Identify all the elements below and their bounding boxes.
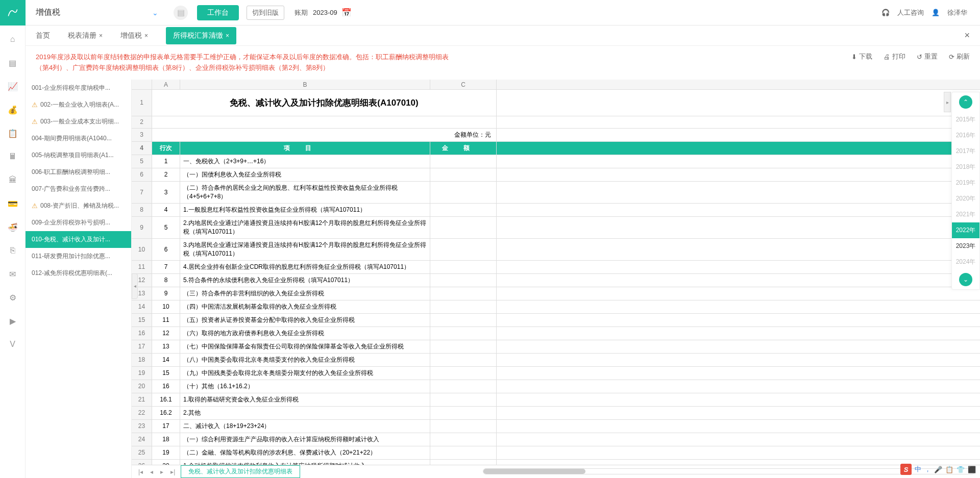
- col-header-a[interactable]: A: [152, 80, 180, 89]
- sidebar-home-icon[interactable]: ⌂: [7, 33, 19, 45]
- sheet-tabs: |◂ ◂ ▸ ▸| 免税、减计收入及加计扣除优惠明细表: [132, 465, 980, 478]
- form-list-item[interactable]: 006-职工薪酬纳税调整明细...: [26, 164, 131, 181]
- sidebar-bag-icon[interactable]: 💰: [7, 104, 19, 116]
- table-row: 139（三）符合条件的非营利组织的收入免征企业所得税: [132, 287, 980, 300]
- form-list-item[interactable]: 011-研发费用加计扣除优惠...: [26, 248, 131, 265]
- table-row: 2016（十）其他（16.1+16.2）: [132, 380, 980, 393]
- ime-logo[interactable]: S: [900, 464, 912, 475]
- year-item[interactable]: 2024年: [952, 254, 979, 270]
- form-list: 001-企业所得税年度纳税申...⚠002-一般企业收入明细表(A...⚠003…: [26, 80, 132, 478]
- calendar-icon[interactable]: 📅: [341, 8, 352, 17]
- close-icon[interactable]: ×: [99, 32, 103, 39]
- form-list-item[interactable]: 007-广告费和业务宣传费跨...: [26, 181, 131, 197]
- unit-label: 金额单位：元: [152, 129, 497, 141]
- print-button[interactable]: 🖨 打印: [884, 52, 905, 61]
- form-list-item[interactable]: ⚠002-一般企业收入明细表(A...: [26, 96, 131, 113]
- sidebar-noodle-icon[interactable]: 🍜: [7, 221, 19, 233]
- table-row: 1174.居民企业持有创新企业CDR取得的股息红利所得免征企业所得税（填写A10…: [132, 261, 980, 274]
- table-row: 2216.22.其他: [132, 407, 980, 420]
- year-down-icon[interactable]: ⌄: [959, 273, 972, 286]
- tab-home[interactable]: 首页: [36, 31, 50, 40]
- sidebar-mail-icon[interactable]: ✉: [7, 268, 19, 280]
- close-icon[interactable]: ×: [226, 32, 229, 39]
- form-list-item[interactable]: ⚠003-一般企业成本支出明细...: [26, 113, 131, 130]
- workspace-button[interactable]: 工作台: [197, 5, 239, 20]
- right-expand-handle[interactable]: ▸: [944, 92, 951, 112]
- sheet-body[interactable]: 1免税、减计收入及加计扣除优惠明细表(A107010) 2 3金额单位：元 4 …: [132, 90, 980, 465]
- table-row: 1612（六）取得的地方政府债券利息收入免征企业所得税: [132, 327, 980, 340]
- sidebar-doc-icon[interactable]: ▤: [7, 57, 19, 69]
- tab-income[interactable]: 所得税汇算清缴×: [166, 27, 236, 44]
- tab-list[interactable]: 税表清册×: [68, 31, 103, 40]
- sidebar-chart-icon[interactable]: 📈: [7, 80, 19, 92]
- table-row: 51一、免税收入（2+3+9+…+16）: [132, 155, 980, 168]
- year-item[interactable]: 2015年: [952, 112, 979, 128]
- warning-text: 2019年度涉及取以前年度结转数据的申报表单元格需要手工维护正确，才能保证本年及…: [36, 52, 454, 73]
- table-row: 1285.符合条件的永续债利息收入免征企业所得税（填写A107011）: [132, 274, 980, 287]
- sidebar-clipboard-icon[interactable]: 📋: [7, 127, 19, 139]
- col-header-c[interactable]: C: [430, 80, 497, 89]
- download-button[interactable]: ⬇ 下载: [851, 52, 872, 61]
- table-row: 1814（八）中国奥委会取得北京冬奥组委支付的收入免征企业所得税: [132, 354, 980, 367]
- sidebar: ⌂ ▤ 📈 💰 📋 🖩 🏛 💳 🍜 ⎘ ✉ ⚙ ▶ V: [0, 26, 26, 478]
- form-list-item[interactable]: 004-期间费用明细表(A1040...: [26, 130, 131, 147]
- sidebar-v-icon[interactable]: V: [7, 338, 19, 350]
- year-item[interactable]: 2017年: [952, 143, 979, 159]
- year-item[interactable]: 2020年: [952, 191, 979, 207]
- refresh-button[interactable]: ⟳ 刷新: [949, 52, 970, 61]
- period-label: 账期: [295, 8, 308, 17]
- consult-link[interactable]: 人工咨询: [897, 8, 924, 17]
- sidebar-copy-icon[interactable]: ⎘: [7, 244, 19, 257]
- table-row: 841.一般股息红利等权益性投资收益免征企业所得税（填写A107011）: [132, 204, 980, 217]
- sidebar-card-icon[interactable]: 💳: [7, 197, 19, 210]
- sheet-title: 免税、减计收入及加计扣除优惠明细表(A107010): [152, 90, 497, 116]
- warning-icon: ⚠: [32, 118, 38, 125]
- tab-vat[interactable]: 增值税×: [120, 31, 148, 40]
- year-item[interactable]: 2016年: [952, 128, 979, 143]
- sheet-tab-active[interactable]: 免税、减计收入及加计扣除优惠明细表: [181, 465, 300, 479]
- close-icon[interactable]: ×: [144, 32, 148, 39]
- user-icon[interactable]: 👤: [932, 9, 940, 16]
- year-item[interactable]: 2019年: [952, 175, 979, 191]
- year-rail: ⌃ 2015年2016年2017年2018年2019年2020年2021年202…: [951, 92, 980, 290]
- year-item[interactable]: 2021年: [952, 207, 979, 222]
- sidebar-gear-icon[interactable]: ⚙: [7, 291, 19, 304]
- form-list-item[interactable]: ⚠008-资产折旧、摊销及纳税...: [26, 197, 131, 214]
- user-name[interactable]: 徐泽华: [947, 8, 967, 17]
- warning-icon: ⚠: [32, 202, 38, 210]
- sheet-nav-next[interactable]: ▸: [159, 468, 165, 475]
- form-list-item[interactable]: 010-免税、减计收入及加计...: [26, 231, 131, 248]
- corner-cell[interactable]: [132, 80, 152, 89]
- form-list-item[interactable]: 005-纳税调整项目明细表(A1...: [26, 147, 131, 164]
- content: 001-企业所得税年度纳税申...⚠002-一般企业收入明细表(A...⚠003…: [26, 80, 980, 478]
- sheet-nav-last[interactable]: ▸|: [169, 468, 177, 475]
- doc-icon[interactable]: ▤: [174, 6, 188, 20]
- period-value[interactable]: 2023-09: [313, 9, 337, 16]
- form-list-item[interactable]: 009-企业所得税弥补亏损明...: [26, 214, 131, 231]
- collapse-handle[interactable]: ◂: [132, 273, 138, 299]
- year-item[interactable]: 2022年: [952, 222, 979, 238]
- table-row: 1713（七）中国保险保障基金有限责任公司取得的保险保障基金等收入免征企业所得税: [132, 340, 980, 354]
- sheet-nav-first[interactable]: |◂: [137, 468, 144, 475]
- headset-icon[interactable]: 🎧: [881, 9, 890, 16]
- year-up-icon[interactable]: ⌃: [959, 95, 972, 109]
- tabs: 首页 税表清册× 增值税× 所得税汇算清缴× ×: [26, 26, 980, 46]
- app-logo[interactable]: [0, 0, 26, 26]
- sidebar-calc-icon[interactable]: 🖩: [7, 150, 19, 163]
- col-header-b[interactable]: B: [180, 80, 430, 89]
- column-headers: A B C: [132, 80, 980, 90]
- sidebar-play-icon[interactable]: ▶: [7, 315, 19, 327]
- title-dropdown-icon[interactable]: ⌄: [152, 9, 158, 17]
- switch-old-button[interactable]: 切到旧版: [247, 6, 284, 20]
- form-list-item[interactable]: 012-减免所得税优惠明细表(...: [26, 265, 131, 282]
- form-list-item[interactable]: 001-企业所得税年度纳税申...: [26, 80, 131, 96]
- table-row: 62（一）国债利息收入免征企业所得税: [132, 168, 980, 182]
- year-item[interactable]: 2023年: [952, 238, 979, 254]
- year-item[interactable]: 2018年: [952, 159, 979, 175]
- reset-button[interactable]: ↺ 重置: [917, 52, 938, 61]
- close-all-icon[interactable]: ×: [964, 30, 970, 41]
- table-row: 2317二、减计收入（18+19+23+24）: [132, 420, 980, 433]
- ime-bar[interactable]: S 中 ， 🎤 📋 👕 ⬛: [900, 464, 976, 475]
- sidebar-building-icon[interactable]: 🏛: [7, 174, 19, 186]
- sheet-nav-prev[interactable]: ◂: [149, 468, 155, 475]
